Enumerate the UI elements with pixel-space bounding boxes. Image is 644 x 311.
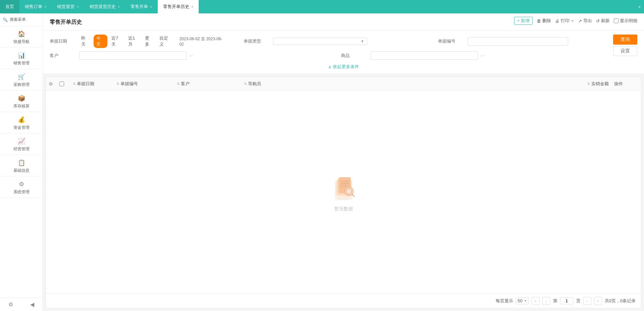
tab-retail-open-label: 零售开单	[131, 4, 148, 10]
customer-input[interactable]	[79, 51, 187, 60]
type-label: 单据类型	[244, 38, 270, 44]
sidebar-item-ops-label: 经营管理	[13, 146, 30, 152]
date-option-7days[interactable]: 近7天	[109, 35, 124, 48]
collapse-filter[interactable]: ∧ 收起更多条件	[50, 64, 637, 70]
tab-retail-history[interactable]: 零售开单历史 ×	[158, 0, 199, 13]
type-select-arrow: ▼	[360, 39, 364, 43]
toolbar: + 新增 🗑 删除 🖨 打印 ▼ ↗ 导出 ↺ 刷新	[514, 17, 637, 28]
display-detail-checkbox[interactable]	[614, 18, 618, 23]
export-icon: ↗	[578, 18, 582, 23]
last-page-btn[interactable]: »	[594, 297, 602, 305]
table-body: 暂无数据	[46, 91, 641, 293]
next-page-btn[interactable]: ›	[583, 297, 591, 305]
th-amount[interactable]: ⇅ 实销金额	[282, 81, 611, 87]
th-no[interactable]: ⇅ 单据编号	[114, 81, 174, 87]
sidebar-item-purchase[interactable]: 🛒 采购管理	[0, 69, 43, 91]
tab-retail-history-close[interactable]: ×	[191, 5, 193, 9]
sidebar-item-finance-label: 资金管理	[13, 125, 30, 131]
tab-return-history[interactable]: 销货退货历史 ×	[84, 0, 125, 13]
finance-icon: 💰	[18, 116, 25, 123]
sidebar-bottom: ⚙ ◀	[0, 298, 43, 311]
first-page-btn[interactable]: «	[532, 297, 540, 305]
th-no-label: 单据编号	[120, 81, 138, 87]
tab-retail-open[interactable]: 零售开单 ×	[125, 0, 157, 13]
sidebar-search[interactable]: 🔍 搜索采单	[0, 13, 43, 26]
add-button-label: + 新增	[517, 18, 530, 24]
page-suffix: 页	[576, 298, 581, 304]
tab-retail-open-close[interactable]: ×	[150, 5, 152, 9]
date-option-yesterday[interactable]: 昨天	[79, 35, 92, 48]
date-range-display: 2023-06-02 至 2023-06-02	[179, 36, 225, 47]
column-settings-btn[interactable]: ⚙	[49, 81, 59, 87]
tab-home[interactable]: 首页	[0, 0, 19, 13]
main-layout: 🔍 搜索采单 🏠 快捷导航 📊 销售管理 🛒 采购管理 📦 库存核算 💰 资金管…	[0, 13, 644, 311]
tab-return-close[interactable]: ×	[77, 5, 79, 9]
setting-button[interactable]: 设置	[613, 46, 637, 56]
select-all-checkbox[interactable]	[59, 82, 64, 86]
th-customer[interactable]: ⇅ 客户	[174, 81, 241, 87]
ops-icon: 📈	[18, 138, 25, 145]
content-area: 零售开单历史 + 新增 🗑 删除 🖨 打印 ▼ ↗ 导出	[43, 13, 644, 311]
print-button[interactable]: 🖨 打印 ▼	[555, 18, 574, 24]
prev-page-btn[interactable]: ‹	[542, 297, 550, 305]
empty-illustration	[329, 172, 359, 202]
th-guide[interactable]: ⇅ 导购员	[241, 81, 282, 87]
no-input[interactable]	[467, 37, 568, 46]
tab-retail-history-label: 零售开单历史	[163, 4, 189, 10]
sidebar-item-inventory[interactable]: 📦 库存核算	[0, 91, 43, 112]
th-guide-sort-icon: ⇅	[244, 82, 247, 86]
sales-icon: 📊	[18, 52, 25, 59]
sidebar-item-system[interactable]: ⚙ 系统管理	[0, 176, 43, 198]
query-button[interactable]: 查询	[613, 35, 637, 45]
sidebar-item-inventory-label: 库存核算	[13, 103, 30, 109]
delete-button[interactable]: 🗑 删除	[537, 18, 551, 24]
page-input[interactable]	[560, 297, 574, 304]
goods-dots[interactable]: ···	[481, 53, 484, 58]
page-title: 零售开单历史	[50, 19, 82, 26]
refresh-button[interactable]: ↺ 刷新	[596, 18, 610, 24]
display-detail-label: 显示明细	[620, 18, 637, 24]
tab-return[interactable]: 销货退货 ×	[52, 0, 84, 13]
delete-button-label: 删除	[542, 18, 551, 24]
type-select[interactable]: ▼	[273, 38, 367, 45]
window-close-btn[interactable]: ×	[638, 4, 641, 9]
sidebar-item-nav[interactable]: 🏠 快捷导航	[0, 26, 43, 48]
collapse-label: 收起更多条件	[333, 64, 359, 70]
sidebar-item-sales-label: 销售管理	[13, 60, 30, 66]
print-arrow-icon: ▼	[571, 19, 574, 23]
th-no-sort-icon: ⇅	[116, 82, 119, 86]
add-button[interactable]: + 新增	[514, 17, 533, 25]
collapse-sidebar-btn[interactable]: ◀	[30, 301, 34, 308]
empty-state: 暂无数据	[329, 172, 359, 212]
export-button[interactable]: ↗ 导出	[578, 18, 592, 24]
per-page-select[interactable]: 50 ▼	[516, 297, 529, 304]
sidebar-item-base[interactable]: 📋 基础信息	[0, 155, 43, 176]
tab-sales-order[interactable]: 销售订单 ×	[19, 0, 52, 13]
tab-return-history-close[interactable]: ×	[118, 5, 120, 9]
nav-tabs: 首页 销售订单 × 销货退货 × 销货退货历史 × 零售开单 × 零售开单历史 …	[0, 0, 638, 13]
date-option-custom[interactable]: 自定义	[157, 35, 174, 48]
date-option-today[interactable]: 今天	[94, 35, 107, 48]
table-area: ⚙ ⇅ 单据日期 ⇅ 单据编号 ⇅ 客户 ⇅ 导购员	[46, 77, 641, 308]
date-option-more[interactable]: 更多	[143, 35, 155, 48]
svg-line-9	[352, 195, 354, 197]
sidebar-item-sales[interactable]: 📊 销售管理	[0, 48, 43, 69]
print-button-label: 打印	[561, 18, 569, 24]
th-guide-label: 导购员	[248, 81, 261, 87]
th-customer-label: 客户	[181, 81, 190, 87]
tab-sales-order-label: 销售订单	[25, 4, 42, 10]
display-detail-button[interactable]: 显示明细	[614, 18, 637, 24]
customer-dots[interactable]: ···	[189, 53, 193, 58]
date-option-1month[interactable]: 近1月	[126, 35, 141, 48]
page-label: 第	[553, 298, 557, 304]
settings-bottom-btn[interactable]: ⚙	[8, 301, 13, 308]
inventory-icon: 📦	[18, 95, 25, 102]
sidebar-item-ops[interactable]: 📈 经营管理	[0, 134, 43, 155]
th-date[interactable]: ⇅ 单据日期	[70, 81, 114, 87]
tab-sales-order-close[interactable]: ×	[44, 5, 46, 9]
refresh-button-label: 刷新	[601, 18, 610, 24]
per-page-label: 每页显示	[496, 298, 513, 304]
top-nav-right: ×	[638, 4, 644, 9]
goods-input[interactable]	[370, 51, 478, 60]
sidebar-item-finance[interactable]: 💰 资金管理	[0, 112, 43, 134]
